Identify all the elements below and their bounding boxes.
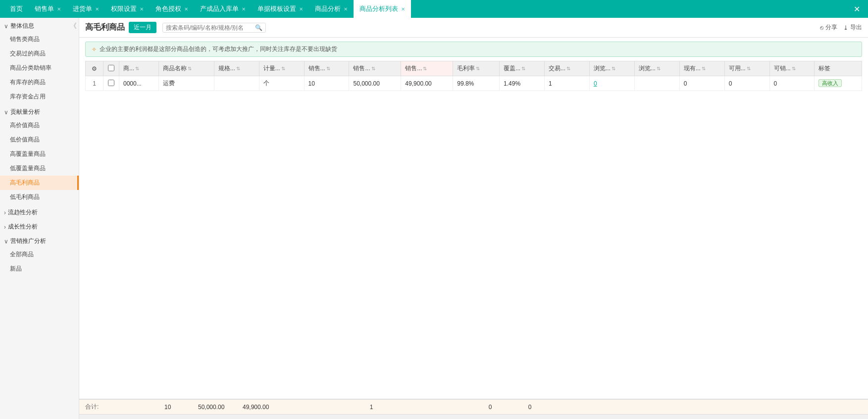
- col-tag[interactable]: 标签: [815, 61, 862, 76]
- col-margin[interactable]: 毛利率 ⇅: [453, 61, 500, 76]
- search-icon[interactable]: 🔍: [255, 24, 262, 31]
- sort-icon[interactable]: ⇅: [135, 66, 139, 71]
- sort-icon7[interactable]: ⇅: [423, 66, 427, 71]
- sort-icon14[interactable]: ⇅: [747, 66, 751, 71]
- sidebar-group-growth[interactable]: › 成长性分析: [0, 219, 79, 233]
- sidebar-group-marketing[interactable]: ∨ 营销推广分析: [0, 233, 79, 247]
- nav-sales[interactable]: 销售单 ✕: [29, 0, 67, 18]
- sort-icon6[interactable]: ⇅: [371, 66, 375, 71]
- sidebar-collapse-button[interactable]: 《: [70, 22, 77, 31]
- sidebar-group-contribution[interactable]: ∨ 贡献量分析: [0, 104, 79, 118]
- sort-icon4[interactable]: ⇅: [281, 66, 285, 71]
- sort-icon15[interactable]: ⇅: [792, 66, 796, 71]
- sidebar-item-new-goods[interactable]: 新品: [0, 262, 79, 276]
- nav-template-close[interactable]: ✕: [299, 6, 303, 12]
- sidebar-group-overall-label: 整体信息: [10, 22, 34, 30]
- select-all-checkbox[interactable]: [108, 65, 114, 71]
- sidebar-item-category-assist[interactable]: 商品分类助销率: [0, 61, 79, 75]
- sort-icon12[interactable]: ⇅: [657, 66, 661, 71]
- nav-product-analysis-list[interactable]: 商品分析列表 ✕: [354, 0, 411, 18]
- table-row: 1 0000... 运费 个 10 50,000.00 49,900.00 99…: [86, 76, 862, 91]
- export-button[interactable]: ⤓ 导出: [843, 23, 862, 32]
- search-input[interactable]: [166, 24, 255, 31]
- row-checkbox-cell[interactable]: [103, 76, 119, 91]
- sort-icon5[interactable]: ⇅: [326, 66, 330, 71]
- nav-product-entry-close[interactable]: ✕: [242, 6, 246, 12]
- row-checkbox[interactable]: [108, 80, 114, 86]
- col-browse2[interactable]: 浏览... ⇅: [634, 61, 679, 76]
- col-checkbox[interactable]: [103, 61, 119, 76]
- footer-sales-qty: 10: [164, 404, 198, 411]
- nav-template[interactable]: 单据模板设置 ✕: [252, 0, 309, 18]
- sort-icon13[interactable]: ⇅: [702, 66, 706, 71]
- nav-product-analysis-list-label: 商品分析列表: [359, 4, 398, 13]
- col-available[interactable]: 可用... ⇅: [724, 61, 769, 76]
- col-sellable[interactable]: 可销... ⇅: [769, 61, 815, 76]
- col-browse1[interactable]: 浏览... ⇅: [589, 61, 634, 76]
- settings-icon[interactable]: ⚙: [92, 65, 97, 72]
- sidebar-item-all-goods[interactable]: 全部商品: [0, 247, 79, 262]
- nav-permissions[interactable]: 权限设置 ✕: [105, 0, 150, 18]
- nav-home[interactable]: 首页: [4, 0, 29, 18]
- sidebar-item-traded-goods[interactable]: 交易过的商品: [0, 47, 79, 61]
- nav-purchase-close[interactable]: ✕: [95, 6, 99, 12]
- col-sales-profit[interactable]: 销售... ⇅: [401, 61, 453, 76]
- sort-icon10[interactable]: ⇅: [566, 66, 570, 71]
- info-banner: ✧ 企业的主要的利润都是这部分商品创造的，可考虑加大推广，同时关注库存是不要出现…: [85, 42, 862, 57]
- sidebar-item-low-coverage[interactable]: 低覆盖量商品: [0, 161, 79, 176]
- nav-product-analysis-list-close[interactable]: ✕: [401, 6, 405, 12]
- data-table-wrapper[interactable]: ⚙ 商... ⇅ 商品名称: [85, 61, 862, 399]
- col-sales-amount[interactable]: 销售... ⇅: [349, 61, 401, 76]
- sidebar-item-sales-goods[interactable]: 销售类商品: [0, 32, 79, 47]
- col-current-stock[interactable]: 现有... ⇅: [679, 61, 724, 76]
- col-code[interactable]: 商... ⇅: [119, 61, 159, 76]
- search-box[interactable]: 🔍: [162, 23, 266, 33]
- col-coverage-label: 覆盖...: [504, 64, 520, 73]
- nav-roles-close[interactable]: ✕: [184, 6, 188, 12]
- scrollbar-area[interactable]: [79, 414, 868, 419]
- sidebar-group-overall[interactable]: ∨ 整体信息: [0, 18, 79, 32]
- export-icon: ⤓: [843, 24, 848, 31]
- col-name[interactable]: 商品名称 ⇅: [159, 61, 214, 76]
- row-browse1[interactable]: 0: [589, 76, 634, 91]
- col-spec[interactable]: 规格... ⇅: [214, 61, 259, 76]
- nav-product-analysis-label: 商品分析: [315, 4, 341, 13]
- sidebar-item-low-margin[interactable]: 低毛利商品: [0, 190, 79, 204]
- nav-roles[interactable]: 角色授权 ✕: [150, 0, 194, 18]
- row-tag: 高收入: [815, 76, 862, 91]
- row-number: 1: [86, 76, 103, 91]
- sidebar-item-low-value[interactable]: 低价值商品: [0, 133, 79, 147]
- nav-sales-close[interactable]: ✕: [57, 6, 61, 12]
- row-available: 0: [724, 76, 769, 91]
- nav-product-entry[interactable]: 产成品入库单 ✕: [194, 0, 252, 18]
- sort-icon2[interactable]: ⇅: [188, 66, 192, 71]
- nav-purchase-label: 进货单: [73, 4, 92, 13]
- footer-sales-amount: 50,000.00: [198, 404, 243, 411]
- sort-icon3[interactable]: ⇅: [236, 66, 240, 71]
- nav-purchase[interactable]: 进货单 ✕: [67, 0, 105, 18]
- col-coverage[interactable]: 覆盖... ⇅: [500, 61, 545, 76]
- sidebar-group-trend[interactable]: › 流趋性分析: [0, 204, 79, 219]
- sidebar-item-stock-capital[interactable]: 库存资金占用: [0, 90, 79, 104]
- nav-product-analysis[interactable]: 商品分析 ✕: [309, 0, 354, 18]
- sort-icon9[interactable]: ⇅: [521, 66, 525, 71]
- row-name: 运费: [159, 76, 214, 91]
- sidebar-item-high-value[interactable]: 高价值商品: [0, 118, 79, 133]
- sidebar-item-in-stock[interactable]: 有库存的商品: [0, 75, 79, 90]
- sidebar-item-high-coverage[interactable]: 高覆盖量商品: [0, 147, 79, 161]
- arrow-right-icon2: ›: [4, 224, 6, 231]
- col-unit[interactable]: 计量... ⇅: [259, 61, 304, 76]
- col-settings[interactable]: ⚙: [86, 61, 103, 76]
- nav-permissions-close[interactable]: ✕: [140, 6, 144, 12]
- period-button[interactable]: 近一月: [129, 22, 156, 33]
- sort-icon8[interactable]: ⇅: [476, 66, 480, 71]
- share-button[interactable]: ⎋ 分享: [820, 23, 837, 32]
- col-sales-qty[interactable]: 销售... ⇅: [304, 61, 349, 76]
- close-all-button[interactable]: ✕: [850, 4, 864, 14]
- browse1-link[interactable]: 0: [594, 80, 597, 87]
- sidebar-item-high-margin[interactable]: 高毛利商品: [0, 176, 79, 190]
- sort-icon11[interactable]: ⇅: [612, 66, 615, 71]
- nav-product-analysis-close[interactable]: ✕: [344, 6, 348, 12]
- nav-sales-label: 销售单: [35, 4, 54, 13]
- col-trade[interactable]: 交易... ⇅: [545, 61, 590, 76]
